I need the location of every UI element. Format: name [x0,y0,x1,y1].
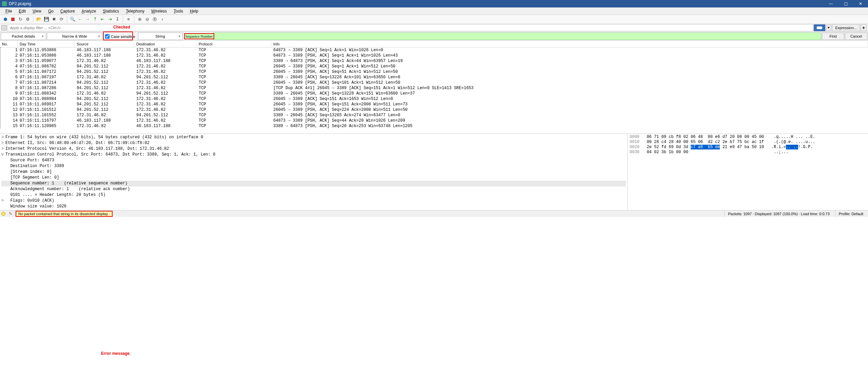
title-bar: DP2.pcapng ― ▢ ✕ [0,0,868,7]
filter-history-dropdown[interactable]: ▾ [826,24,831,31]
save-file-icon[interactable]: 💾 [43,16,50,23]
go-to-packet-icon[interactable]: ⤒ [92,16,98,23]
tree-row[interactable]: >Internet Protocol Version 4, Src: 46.18… [1,146,626,152]
packet-row[interactable]: 1207:16:11.10151294.201.52.112172.31.46.… [0,107,868,113]
menu-wireless[interactable]: Wireless [148,8,170,14]
tree-row[interactable]: Destination Port: 3389 [1,163,626,169]
tree-row[interactable]: Sequence number: 1 (relative sequence nu… [1,181,626,186]
column-header[interactable]: Info [271,41,868,47]
tree-row[interactable]: >Frame 1: 54 bytes on wire (432 bits), 5… [1,135,626,140]
start-capture-icon[interactable] [2,16,9,23]
packet-bytes-hex[interactable]: 0000 06 71 09 cb f8 02 06 48 80 e6 d7 20… [627,134,868,210]
status-profile[interactable]: Profile: Default [835,210,867,217]
edit-capture-comment-icon[interactable]: ✎ [7,211,14,217]
column-header[interactable]: Source [75,41,134,47]
expression-button[interactable]: Expression... [832,24,860,31]
svg-rect-1 [11,18,15,21]
packet-row[interactable]: 507:16:11.08717294.201.52.112172.31.46.8… [0,69,868,75]
find-button[interactable]: Find [822,33,844,40]
menu-help[interactable]: Help [186,8,202,14]
menu-file[interactable]: File [2,8,15,14]
packet-row[interactable]: 107:16:11.05388646.183.117.188172.31.46.… [0,47,868,53]
resize-columns-icon[interactable]: ⫞ [159,16,165,23]
column-header[interactable]: No. [0,41,18,47]
search-charwidth-dropdown[interactable]: Narrow & Wide▾ [47,33,102,40]
auto-scroll-icon[interactable]: ↧ [114,16,121,23]
search-scope-dropdown[interactable]: Packet details▾ [1,33,46,40]
packet-row[interactable]: 207:16:11.05388646.183.117.188172.31.46.… [0,53,868,58]
menu-bar: FileEditViewGoCaptureAnalyzeStatisticsTe… [0,7,868,15]
packet-row[interactable]: 707:16:11.08721494.201.52.112172.31.46.8… [0,80,868,85]
go-last-icon[interactable]: ⇥ [106,16,113,23]
packet-row[interactable]: 807:16:11.08728694.201.52.112172.31.46.8… [0,85,868,91]
svg-point-0 [4,18,7,21]
zoom-reset-icon[interactable]: ⦿ [151,16,158,23]
capture-options-icon[interactable]: ⚙ [24,16,31,23]
go-first-icon[interactable]: ⇤ [99,16,106,23]
packet-row[interactable]: 1107:16:11.08981794.201.52.112172.31.46.… [0,102,868,107]
maximize-button[interactable]: ▢ [838,0,853,7]
tree-row[interactable]: Source Port: 64873 [1,158,626,163]
column-header[interactable]: Destination [134,41,197,47]
find-bar: Packet details▾ Narrow & Wide▾ Case sens… [0,32,868,41]
packet-row[interactable]: 907:16:11.088342172.31.46.8294.201.52.11… [0,91,868,96]
menu-tools[interactable]: Tools [170,8,186,14]
menu-analyze[interactable]: Analyze [78,8,100,14]
tree-row[interactable]: [TCP Segment Len: 0] [1,175,626,181]
bookmark-icon[interactable] [1,25,7,30]
zoom-in-icon[interactable]: ⊕ [136,16,143,23]
packet-row[interactable]: 1507:16:11.120985172.31.46.8246.183.117.… [0,123,868,129]
reload-icon[interactable]: ⟳ [58,16,65,23]
hex-row[interactable]: 0000 06 71 09 cb f8 02 06 48 80 e6 d7 20… [630,135,866,140]
stop-capture-icon[interactable] [9,16,16,23]
tree-row[interactable]: > Flags: 0x010 (ACK) [1,198,626,204]
annotation-redbox-query: Sequence Number [184,33,214,39]
search-type-dropdown[interactable]: String▾ [138,33,183,40]
add-filter-button[interactable]: + [861,24,867,31]
tree-row[interactable]: Acknowledgment number: 1 (relative ack n… [1,186,626,192]
packet-row[interactable]: 307:16:11.059077172.31.46.8246.183.117.1… [0,58,868,64]
menu-statistics[interactable]: Statistics [99,8,122,14]
cancel-button[interactable]: Cancel [845,33,867,40]
menu-edit[interactable]: Edit [15,8,29,14]
hex-row[interactable]: 0010 00 28 c4 28 40 00 65 06 d2 c2 2e b7… [630,140,866,145]
status-packets: Packets: 1097 · Displayed: 1097 (100.0%)… [724,210,833,217]
restart-capture-icon[interactable]: ↻ [17,16,24,23]
tree-row[interactable]: >Ethernet II, Src: 06:48:80:e6:d7:20, Ds… [1,140,626,146]
packet-row[interactable]: 1307:16:11.101552172.31.46.8294.201.52.1… [0,113,868,118]
open-file-icon[interactable]: 📂 [36,16,42,23]
status-message: No packet contained that string in its d… [16,211,113,217]
case-sensitive-checkbox[interactable]: Case sensitive [103,33,137,40]
go-back-icon[interactable]: ← [77,16,83,23]
tree-row[interactable]: [Stream index: 0] [1,169,626,175]
detail-panes: >Frame 1: 54 bytes on wire (432 bits), 5… [0,134,868,210]
hex-row[interactable]: 0030 04 02 3b 1b 00 00 ..;... [630,150,866,155]
close-file-icon[interactable]: ✖ [51,16,57,23]
colorize-icon[interactable]: ≡ [125,16,132,23]
tree-row[interactable]: vTransmission Control Protocol, Src Port… [1,152,626,158]
packet-row[interactable]: 1407:16:11.11679746.183.117.188172.31.46… [0,118,868,123]
tree-row[interactable]: 0101 .... = Header Length: 20 bytes (5) [1,192,626,198]
zoom-out-icon[interactable]: ⊖ [144,16,151,23]
column-header[interactable]: Protocol [197,41,271,47]
packet-details-tree[interactable]: >Frame 1: 54 bytes on wire (432 bits), 5… [0,134,627,210]
main-toolbar: ↻ ⚙ 📂 💾 ✖ ⟳ 🔍 ← → ⤒ ⇤ ⇥ ↧ ≡ ⊕ ⊖ ⦿ ⫞ [0,15,868,24]
menu-telephony[interactable]: Telephony [122,8,148,14]
hex-row[interactable]: 0020 2e 52 fd 69 0d 3d c7 a9 b5 de 21 e9… [630,145,866,150]
find-packet-icon[interactable]: 🔍 [69,16,76,23]
go-forward-icon[interactable]: → [84,16,91,23]
close-button[interactable]: ✕ [853,0,868,7]
tree-row[interactable]: Window size value: 1026 [1,204,626,209]
expert-info-icon[interactable] [1,212,5,216]
packet-row[interactable]: 607:16:11.087197172.31.46.8294.201.52.11… [0,75,868,80]
minimize-button[interactable]: ― [823,0,838,7]
packet-list[interactable]: 107:16:11.05388646.183.117.188172.31.46.… [0,47,868,134]
menu-view[interactable]: View [29,8,45,14]
menu-go[interactable]: Go [45,8,57,14]
packet-row[interactable]: 407:16:11.08678294.201.52.112172.31.46.8… [0,64,868,69]
packet-row[interactable]: 1007:16:11.08898494.201.52.112172.31.46.… [0,96,868,102]
menu-capture[interactable]: Capture [57,8,78,14]
search-query-input[interactable] [213,33,822,40]
apply-filter-button[interactable] [814,24,825,31]
column-header[interactable]: Day Time [18,41,75,47]
